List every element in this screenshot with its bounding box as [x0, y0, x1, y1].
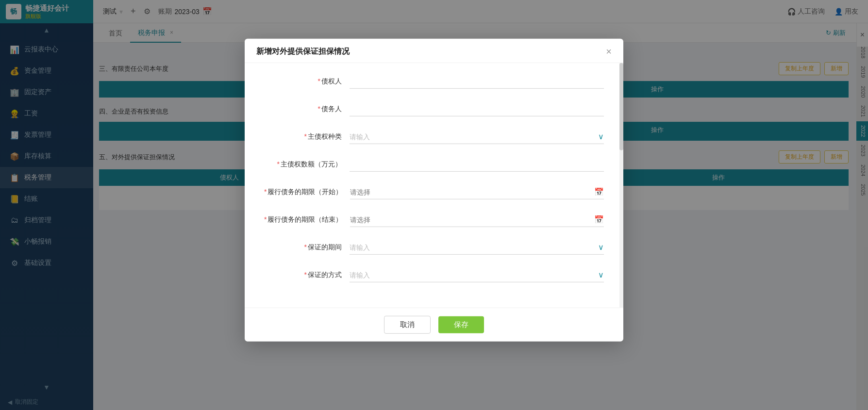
guarantee-period-select-wrap: 请输入 ∨ — [350, 240, 604, 254]
guarantee-period-select[interactable]: 请输入 — [350, 240, 604, 254]
form-row-creditor: *债权人 — [264, 74, 604, 88]
period-end-date-wrap: 📅 — [350, 213, 604, 227]
debtor-input[interactable] — [350, 102, 604, 116]
modal-scroll-thumb[interactable] — [619, 63, 623, 150]
form-row-period-start: *履行债务的期限（开始） 📅 — [264, 185, 604, 199]
period-start-label: *履行债务的期限（开始） — [264, 188, 342, 197]
form-row-guarantee-period: *保证的期间 请输入 ∨ — [264, 240, 604, 254]
debtor-input-wrap — [350, 102, 604, 116]
form-row-creditor-type: *主债权种类 请输入 ∨ — [264, 130, 604, 144]
modal-dialog: 新增对外提供保证担保情况 × *债权人 *债务人 *主债权种类 — [245, 38, 623, 341]
modal-title: 新增对外提供保证担保情况 — [256, 46, 350, 56]
guarantee-method-select[interactable]: 请输入 — [350, 268, 604, 282]
period-end-input[interactable] — [350, 213, 604, 227]
guarantee-method-label: *保证的方式 — [264, 271, 342, 279]
save-button[interactable]: 保存 — [438, 316, 484, 333]
creditor-type-label: *主债权种类 — [264, 132, 342, 141]
debtor-label: *债务人 — [264, 105, 342, 114]
creditor-input[interactable] — [350, 74, 604, 88]
form-row-guarantee-method: *保证的方式 请输入 ∨ — [264, 268, 604, 282]
period-end-label: *履行债务的期限（结束） — [264, 215, 342, 224]
creditor-amount-label: *主债权数额（万元） — [264, 160, 342, 169]
guarantee-method-select-wrap: 请输入 ∨ — [350, 268, 604, 282]
form-row-creditor-amount: *主债权数额（万元） — [264, 157, 604, 171]
form-row-debtor: *债务人 — [264, 102, 604, 116]
guarantee-period-label: *保证的期间 — [264, 243, 342, 252]
modal-scroll-track — [619, 63, 623, 307]
period-start-input[interactable] — [350, 185, 604, 199]
modal-body: *债权人 *债务人 *主债权种类 请输入 ∨ — [245, 63, 623, 307]
modal-close-button[interactable]: × — [606, 47, 612, 56]
modal-header: 新增对外提供保证担保情况 × — [245, 38, 623, 63]
creditor-amount-input-wrap — [350, 157, 604, 171]
form-row-period-end: *履行债务的期限（结束） 📅 — [264, 213, 604, 227]
creditor-label: *债权人 — [264, 77, 342, 86]
cancel-button[interactable]: 取消 — [384, 315, 431, 333]
creditor-amount-input[interactable] — [350, 157, 604, 171]
creditor-input-wrap — [350, 74, 604, 88]
period-start-date-wrap: 📅 — [350, 185, 604, 199]
modal-footer: 取消 保存 — [245, 307, 623, 341]
creditor-type-select-wrap: 请输入 ∨ — [350, 130, 604, 144]
creditor-type-select[interactable]: 请输入 — [350, 130, 604, 144]
